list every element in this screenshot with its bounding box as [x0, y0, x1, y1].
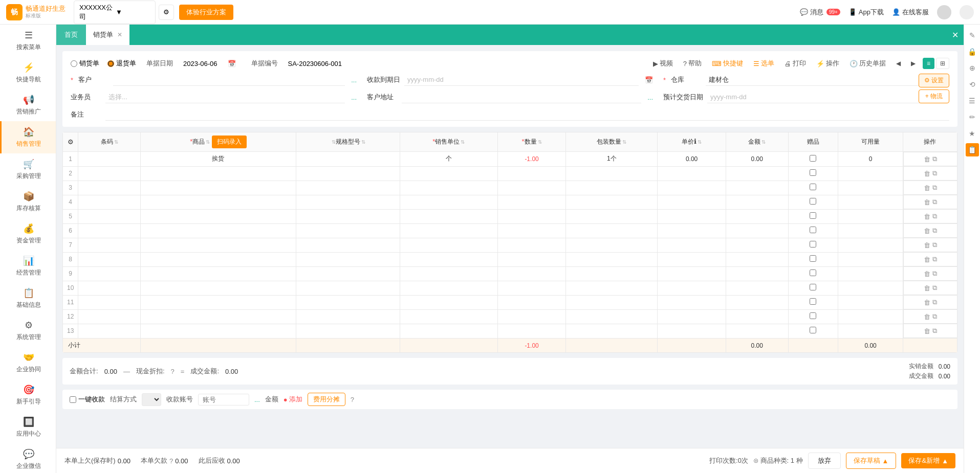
sidebar-item-wechat[interactable]: 💬 企业微信: [0, 443, 56, 473]
row-barcode[interactable]: [78, 295, 141, 309]
row-qty[interactable]: [497, 166, 566, 181]
right-btn-1[interactable]: ✎: [966, 29, 979, 42]
sidebar-item-operations[interactable]: 📊 经营管理: [0, 250, 56, 282]
row-spec[interactable]: [296, 209, 400, 223]
row-barcode[interactable]: [78, 309, 141, 324]
row-product[interactable]: [141, 295, 296, 309]
row-delete-icon[interactable]: 🗑: [924, 198, 930, 206]
row-amount[interactable]: [726, 166, 788, 181]
history-btn[interactable]: 🕐 历史单据: [846, 57, 889, 70]
row-gift[interactable]: [788, 166, 838, 181]
row-qty[interactable]: [497, 195, 566, 209]
row-product[interactable]: [141, 181, 296, 195]
row-product[interactable]: [141, 195, 296, 209]
row-copy-icon[interactable]: ⧉: [932, 298, 937, 306]
customer-input[interactable]: [113, 74, 345, 86]
tab-close-all-button[interactable]: ✕: [952, 30, 959, 40]
calendar-icon[interactable]: 📅: [228, 60, 236, 67]
row-qty[interactable]: [497, 252, 566, 266]
row-pkg-qty[interactable]: [566, 209, 658, 223]
row-barcode[interactable]: [78, 252, 141, 266]
row-copy-icon[interactable]: ⧉: [932, 198, 937, 206]
row-barcode[interactable]: [78, 181, 141, 195]
row-product[interactable]: [141, 209, 296, 223]
scan-btn[interactable]: 扫码录入: [212, 136, 247, 148]
row-pkg-qty[interactable]: [566, 195, 658, 209]
row-delete-icon[interactable]: 🗑: [924, 170, 930, 177]
row-unit[interactable]: [400, 223, 497, 238]
row-amount[interactable]: [726, 324, 788, 339]
company-settings-button[interactable]: ⚙: [159, 5, 174, 20]
row-price[interactable]: [658, 223, 726, 238]
row-amount[interactable]: [726, 252, 788, 266]
row-delete-icon[interactable]: 🗑: [924, 256, 930, 263]
row-amount[interactable]: [726, 209, 788, 223]
row-amount[interactable]: [726, 309, 788, 324]
row-amount[interactable]: [726, 281, 788, 295]
row-spec[interactable]: [296, 195, 400, 209]
message-button[interactable]: 💬 消息 99+: [800, 8, 840, 17]
row-spec[interactable]: [296, 181, 400, 195]
row-unit[interactable]: [400, 281, 497, 295]
one-click-payment-checkbox[interactable]: 一键收款: [70, 395, 105, 404]
row-amount[interactable]: [726, 266, 788, 281]
row-amount[interactable]: [726, 295, 788, 309]
row-copy-icon[interactable]: ⧉: [932, 284, 937, 292]
row-barcode[interactable]: [78, 238, 141, 252]
row-spec[interactable]: [296, 295, 400, 309]
row-gift[interactable]: [788, 223, 838, 238]
row-copy-icon[interactable]: ⧉: [932, 155, 937, 163]
sidebar-item-apps[interactable]: 🔲 应用中心: [0, 411, 56, 443]
row-barcode[interactable]: [78, 195, 141, 209]
row-unit[interactable]: [400, 266, 497, 281]
logistics-float-btn[interactable]: + 物流: [919, 89, 949, 103]
row-price[interactable]: [658, 195, 726, 209]
next-btn[interactable]: ▶: [908, 58, 919, 69]
row-amount[interactable]: [726, 195, 788, 209]
sidebar-item-system[interactable]: ⚙ 系统管理: [0, 314, 56, 347]
row-qty[interactable]: -1.00: [497, 152, 566, 167]
row-gift[interactable]: [788, 152, 838, 167]
row-pkg-qty[interactable]: [566, 238, 658, 252]
row-gift[interactable]: [788, 324, 838, 339]
row-spec[interactable]: [296, 309, 400, 324]
online-service-button[interactable]: 👤 在线客服: [892, 8, 929, 17]
row-price[interactable]: [658, 166, 726, 181]
settlement-method-select[interactable]: [142, 393, 161, 406]
row-delete-icon[interactable]: 🗑: [924, 184, 930, 192]
video-btn[interactable]: ▶ 视频: [650, 57, 676, 70]
row-copy-icon[interactable]: ⧉: [932, 241, 937, 249]
row-spec[interactable]: [296, 166, 400, 181]
row-product[interactable]: 挨货: [141, 152, 296, 167]
row-copy-icon[interactable]: ⧉: [932, 184, 937, 192]
company-selector[interactable]: XXXXXX公司 ▼: [74, 1, 156, 24]
row-gift[interactable]: [788, 209, 838, 223]
row-delete-icon[interactable]: 🗑: [924, 155, 930, 163]
salesperson-input[interactable]: [105, 91, 345, 103]
view-grid-btn[interactable]: ⊞: [936, 58, 949, 69]
sidebar-item-basic[interactable]: 📋 基础信息: [0, 282, 56, 314]
row-unit[interactable]: 个: [400, 152, 497, 167]
payment-calendar-icon[interactable]: 📅: [645, 76, 653, 84]
row-barcode[interactable]: [78, 209, 141, 223]
row-copy-icon[interactable]: ⧉: [932, 312, 937, 321]
row-price[interactable]: [658, 266, 726, 281]
row-delete-icon[interactable]: 🗑: [924, 227, 930, 235]
row-pkg-qty[interactable]: [566, 281, 658, 295]
row-product[interactable]: [141, 166, 296, 181]
radio-return[interactable]: 退货单: [107, 59, 136, 68]
print-btn[interactable]: 🖨 打印: [781, 57, 809, 70]
row-barcode[interactable]: [78, 281, 141, 295]
row-gift[interactable]: [788, 309, 838, 324]
row-unit[interactable]: [400, 252, 497, 266]
row-spec[interactable]: [296, 238, 400, 252]
right-btn-5[interactable]: ☰: [966, 94, 979, 107]
expense-split-button[interactable]: 费用分摊: [308, 393, 345, 406]
row-spec[interactable]: [296, 252, 400, 266]
row-barcode[interactable]: [78, 152, 141, 167]
row-spec[interactable]: [296, 281, 400, 295]
row-copy-icon[interactable]: ⧉: [932, 269, 937, 278]
row-qty[interactable]: [497, 266, 566, 281]
row-pkg-qty[interactable]: 1个: [566, 152, 658, 167]
row-pkg-qty[interactable]: [566, 252, 658, 266]
